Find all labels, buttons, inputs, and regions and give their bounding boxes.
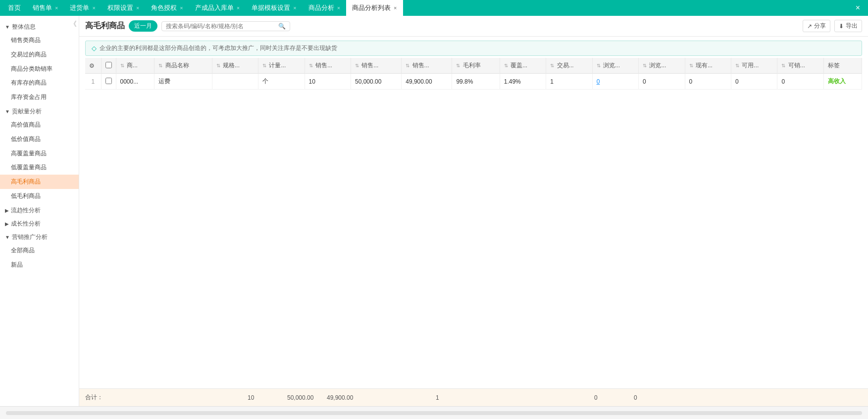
nav-home[interactable]: 首页 xyxy=(2,0,27,16)
col-sale-qty[interactable]: ⇅ 销售... xyxy=(305,58,351,74)
sort-icon-sale-amount: ⇅ xyxy=(355,63,359,68)
sidebar-item-high-margin[interactable]: 高毛利商品 xyxy=(0,175,79,189)
nav-analysis-list-close[interactable]: × xyxy=(394,5,397,11)
col-sale-profit[interactable]: ⇅ 销售... xyxy=(402,58,452,74)
export-button[interactable]: ⬇ 导出 xyxy=(834,20,862,32)
sort-icon: ⇅ xyxy=(120,63,124,68)
trend-group-label: 流趋性分析 xyxy=(11,206,41,215)
nav-template-close[interactable]: × xyxy=(293,5,296,11)
col-name[interactable]: ⇅ 商品名称 xyxy=(154,58,212,74)
select-all-checkbox[interactable] xyxy=(105,62,112,68)
col-unit[interactable]: ⇅ 计量... xyxy=(258,58,305,74)
nav-roles[interactable]: 角色授权 × xyxy=(145,0,189,16)
col-saleable[interactable]: ⇅ 可销... xyxy=(777,58,823,74)
sidebar-group-marketing[interactable]: ▼ 营销推广分析 xyxy=(0,230,79,243)
sidebar-item-low-margin[interactable]: 低毛利商品 xyxy=(0,189,79,203)
nav-purchase[interactable]: 进货单 × xyxy=(64,0,101,16)
col-gross-margin[interactable]: ⇅ 毛利率 xyxy=(452,58,500,74)
col-available[interactable]: ⇅ 可用... xyxy=(731,58,777,74)
footer-sale-amount: 50,000.00 xyxy=(283,394,323,401)
col-sale-amount[interactable]: ⇅ 销售... xyxy=(351,58,402,74)
cell-code: 0000... xyxy=(116,74,154,90)
search-box: 🔍 xyxy=(161,21,290,31)
nav-template[interactable]: 单据模板设置 × xyxy=(246,0,302,16)
sidebar-item-in-stock[interactable]: 有库存的商品 xyxy=(0,76,79,90)
sidebar-item-low-value[interactable]: 低价值商品 xyxy=(0,132,79,146)
horizontal-scrollbar[interactable] xyxy=(6,411,862,415)
sidebar-item-high-value[interactable]: 高价值商品 xyxy=(0,118,79,132)
sidebar-item-sales-goods[interactable]: 销售类商品 xyxy=(0,33,79,47)
nav-home-label: 首页 xyxy=(8,3,21,12)
nav-purchase-close[interactable]: × xyxy=(92,5,95,11)
col-current[interactable]: ⇅ 现有... xyxy=(685,58,731,74)
col-browse2[interactable]: ⇅ 浏览... xyxy=(639,58,685,74)
nav-sales-close[interactable]: × xyxy=(55,5,58,11)
search-input[interactable] xyxy=(166,23,276,30)
cell-sale-profit: 49,900.00 xyxy=(402,74,452,90)
content-header: 高毛利商品 近一月 🔍 ↗ 分享 ⬇ 导出 xyxy=(79,16,868,37)
nav-permissions-close[interactable]: × xyxy=(136,5,139,11)
sidebar-item-all-goods[interactable]: 全部商品 xyxy=(0,243,79,258)
nav-production-close[interactable]: × xyxy=(237,5,240,11)
nav-sales[interactable]: 销售单 × xyxy=(27,0,64,16)
nav-analysis[interactable]: 商品分析 × xyxy=(303,0,346,16)
cell-sale-amount: 50,000.00 xyxy=(351,74,402,90)
nav-analysis-close[interactable]: × xyxy=(337,5,340,11)
row-checkbox[interactable] xyxy=(105,78,112,84)
sidebar-item-high-coverage[interactable]: 高覆盖量商品 xyxy=(0,146,79,161)
sidebar-item-low-coverage[interactable]: 低覆盖量商品 xyxy=(0,160,79,175)
search-icon[interactable]: 🔍 xyxy=(278,23,286,30)
sidebar-group-trend[interactable]: ▶ 流趋性分析 xyxy=(0,203,79,217)
sort-icon-sale-qty: ⇅ xyxy=(309,63,313,68)
col-browse1[interactable]: ⇅ 浏览... xyxy=(592,58,638,74)
sort-icon-browse2: ⇅ xyxy=(643,63,647,68)
cell-browse1[interactable]: 0 xyxy=(592,74,638,90)
cell-checkbox[interactable] xyxy=(101,74,116,90)
footer-sale-profit: 49,900.00 xyxy=(323,394,362,401)
sidebar-item-stock-capital[interactable]: 库存资金占用 xyxy=(0,90,79,104)
col-tag: 标签 xyxy=(823,58,862,74)
share-label: 分享 xyxy=(814,22,826,30)
sidebar-collapse-button[interactable]: 《 xyxy=(70,20,77,29)
table-wrapper[interactable]: ⚙ ⇅ 商... ⇅ 商品名称 xyxy=(85,58,862,388)
top-navigation: 首页 销售单 × 进货单 × 权限设置 × 角色授权 × 产成品入库单 × 单据… xyxy=(0,0,868,16)
sidebar-item-new-goods[interactable]: 新品 xyxy=(0,258,79,272)
nav-roles-close[interactable]: × xyxy=(180,5,183,11)
col-transaction[interactable]: ⇅ 交易... xyxy=(546,58,592,74)
filter-recent-month-button[interactable]: 近一月 xyxy=(129,20,157,32)
nav-sales-label: 销售单 xyxy=(33,3,52,12)
col-coverage[interactable]: ⇅ 覆盖... xyxy=(500,58,546,74)
marketing-arrow: ▼ xyxy=(5,234,10,240)
footer-label: 合计： xyxy=(85,393,184,402)
table-row: 1 0000... 运费 个 10 50,000.00 49,900.00 99… xyxy=(85,74,862,90)
sort-icon-saleable: ⇅ xyxy=(781,63,785,68)
sort-icon-available: ⇅ xyxy=(735,63,739,68)
cell-tag: 高收入 xyxy=(823,74,862,90)
sidebar-group-contribution[interactable]: ▼ 贡献量分析 xyxy=(0,104,79,118)
col-spec[interactable]: ⇅ 规格... xyxy=(212,58,258,74)
sort-icon-browse1: ⇅ xyxy=(597,63,601,68)
nav-analysis-list-label: 商品分析列表 xyxy=(352,3,391,12)
overall-group-label: 整体信息 xyxy=(12,23,36,31)
sidebar-item-traded-goods[interactable]: 交易过的商品 xyxy=(0,47,79,62)
window-close-button[interactable]: × xyxy=(850,3,866,12)
col-settings[interactable]: ⚙ xyxy=(85,58,101,74)
col-code[interactable]: ⇅ 商... xyxy=(116,58,154,74)
content-area: 高毛利商品 近一月 🔍 ↗ 分享 ⬇ 导出 ◇ 企业的主要的利润都是这部分商品创… xyxy=(79,16,868,406)
nav-production[interactable]: 产成品入库单 × xyxy=(189,0,246,16)
cell-transaction: 1 xyxy=(546,74,592,90)
nav-analysis-list[interactable]: 商品分析列表 × xyxy=(346,0,403,16)
nav-roles-label: 角色授权 xyxy=(151,3,177,12)
sidebar-item-category-rate[interactable]: 商品分类助销率 xyxy=(0,62,79,76)
growth-arrow: ▶ xyxy=(5,221,9,227)
col-checkbox[interactable] xyxy=(101,58,116,74)
trend-arrow: ▶ xyxy=(5,208,9,213)
sidebar-group-overall[interactable]: ▼ 整体信息 xyxy=(0,20,79,33)
sidebar-group-growth[interactable]: ▶ 成长性分析 xyxy=(0,217,79,230)
overall-arrow: ▼ xyxy=(5,24,10,30)
nav-permissions[interactable]: 权限设置 × xyxy=(102,0,145,16)
data-table: ⚙ ⇅ 商... ⇅ 商品名称 xyxy=(85,58,862,90)
share-button[interactable]: ↗ 分享 xyxy=(803,20,830,32)
footer-totals: 合计： 10 50,000.00 49,900.00 1 0 0 xyxy=(79,388,868,406)
sort-icon-name: ⇅ xyxy=(158,63,162,68)
